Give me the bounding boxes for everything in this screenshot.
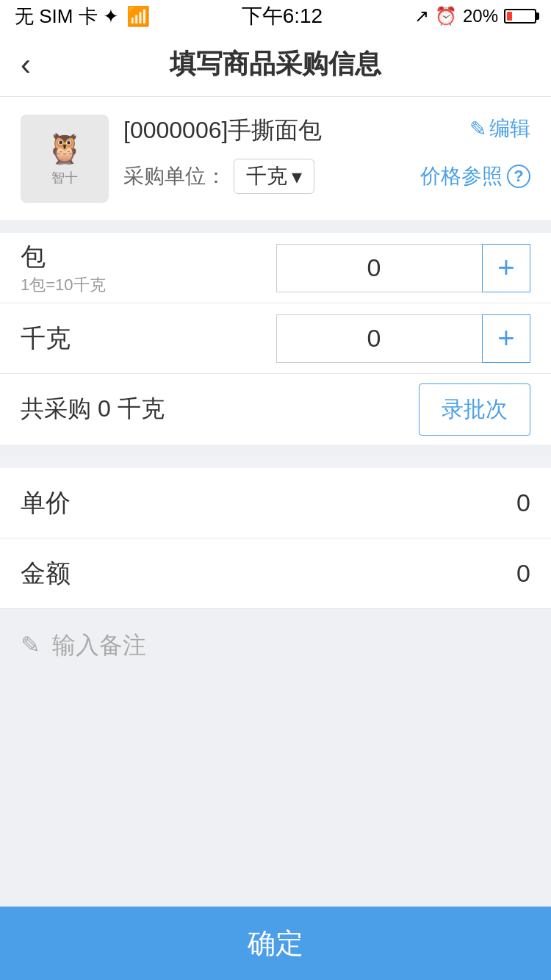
unit-selector-group: 采购单位： 千克 ▾ — [123, 159, 314, 194]
sim-label: 无 SIM 卡 ✦ — [15, 4, 119, 29]
status-left: 无 SIM 卡 ✦ 📶 — [15, 4, 150, 29]
bag-input-section: 包 1包=10千克 + — [0, 233, 551, 303]
kg-input-row: 千克 + — [0, 303, 551, 374]
remark-section[interactable]: ✎ 输入备注 — [0, 609, 551, 727]
kg-input-section: 千克 + — [0, 303, 551, 374]
unit-label: 采购单位： — [123, 162, 226, 190]
edit-label: 编辑 — [489, 115, 530, 143]
price-reference-button[interactable]: 价格参照 ? — [420, 162, 530, 190]
edit-button[interactable]: ✎ 编辑 — [469, 115, 530, 143]
battery-percent: 20% — [463, 6, 498, 26]
total-label: 共采购 0 千克 — [21, 393, 165, 425]
amount-value: 0 — [516, 559, 530, 588]
product-card: 🦉 智十 [0000006]手撕面包 ✎ 编辑 采购单位： 千克 ▾ 价格参照 … — [0, 97, 551, 221]
confirm-bar[interactable]: 确定 — [0, 907, 551, 980]
product-top-row: [0000006]手撕面包 ✎ 编辑 — [123, 115, 530, 147]
product-unit-row: 采购单位： 千克 ▾ 价格参照 ? — [123, 159, 530, 194]
unit-value: 千克 — [246, 162, 287, 190]
status-time: 下午6:12 — [242, 2, 323, 30]
product-logo: 🦉 智十 — [46, 131, 83, 187]
bag-plus-button[interactable]: + — [482, 244, 530, 292]
unit-price-label: 单价 — [21, 486, 71, 520]
bag-label: 包 — [21, 240, 109, 274]
unit-price-row: 单价 0 — [0, 468, 551, 538]
bag-quantity-input[interactable] — [276, 244, 482, 292]
confirm-button-label: 确定 — [248, 925, 303, 962]
status-bar: 无 SIM 卡 ✦ 📶 下午6:12 ↗ ⏰ 20% — [0, 0, 551, 32]
unit-price-value: 0 — [516, 489, 530, 517]
kg-plus-button[interactable]: + — [482, 314, 530, 363]
alarm-icon: ⏰ — [435, 6, 457, 26]
amount-row: 金额 0 — [0, 538, 551, 609]
amount-label: 金额 — [21, 557, 71, 591]
location-icon: ↗ — [414, 6, 429, 26]
remark-placeholder: 输入备注 — [52, 630, 146, 662]
kg-input-right: + — [109, 314, 530, 363]
product-name: [0000006]手撕面包 — [123, 115, 322, 147]
product-thumbnail: 🦉 智十 — [21, 115, 109, 203]
section-separator-1 — [0, 221, 551, 233]
back-button[interactable]: ‹ — [21, 49, 31, 80]
edit-icon: ✎ — [469, 117, 486, 141]
chevron-down-icon: ▾ — [292, 165, 302, 189]
bag-input-row: 包 1包=10千克 + — [0, 233, 551, 303]
pencil-icon: ✎ — [21, 631, 40, 659]
status-right: ↗ ⏰ 20% — [414, 6, 536, 26]
kg-quantity-input[interactable] — [276, 314, 482, 363]
price-ref-label: 价格参照 — [420, 162, 503, 190]
total-row: 共采购 0 千克 录批次 — [0, 374, 551, 444]
unit-select[interactable]: 千克 ▾ — [234, 159, 314, 194]
batch-button[interactable]: 录批次 — [419, 383, 530, 436]
bag-input-right: + — [109, 244, 530, 292]
bag-label-group: 包 1包=10千克 — [21, 240, 109, 296]
info-icon: ? — [507, 165, 530, 188]
battery-icon — [504, 9, 536, 24]
product-info: [0000006]手撕面包 ✎ 编辑 采购单位： 千克 ▾ 价格参照 ? — [123, 115, 530, 194]
nav-bar: ‹ 填写商品采购信息 — [0, 32, 551, 97]
bag-sublabel: 1包=10千克 — [21, 274, 109, 296]
kg-label: 千克 — [21, 322, 109, 356]
price-section: 单价 0 金额 0 — [0, 468, 551, 609]
section-separator-2 — [0, 444, 551, 456]
kg-label-group: 千克 — [21, 322, 109, 356]
page-title: 填写商品采购信息 — [170, 46, 381, 82]
wifi-icon: 📶 — [126, 5, 150, 28]
